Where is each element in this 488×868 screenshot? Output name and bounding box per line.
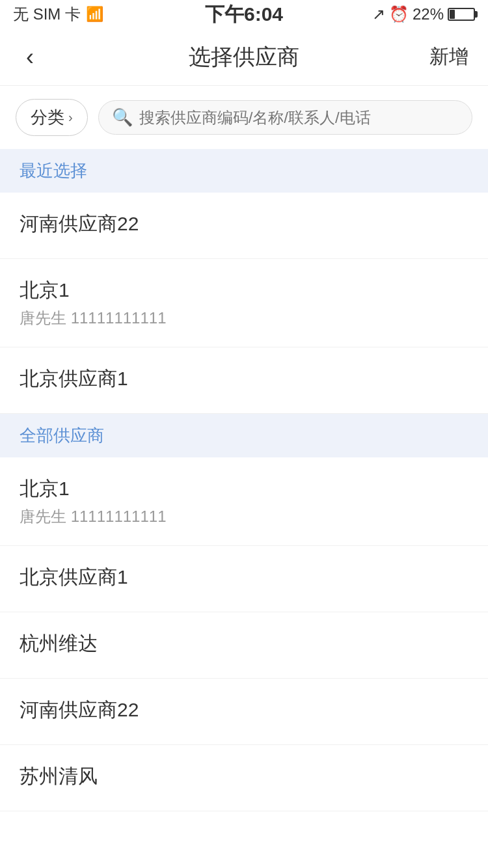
status-left: 无 SIM 卡 📶 (13, 4, 103, 25)
category-button[interactable]: 分类 › (16, 99, 88, 136)
sim-label: 无 SIM 卡 (13, 4, 81, 25)
item-sub: 唐先生 11111111111 (20, 506, 468, 527)
location-icon: ↗ (372, 5, 385, 23)
battery-icon (448, 8, 475, 21)
all-section-header: 全部供应商 (0, 414, 488, 457)
item-name: 河南供应商22 (20, 211, 468, 237)
item-name: 苏州清风 (20, 763, 468, 790)
page-title: 选择供应商 (189, 42, 299, 72)
item-sub: 唐先生 11111111111 (20, 308, 468, 329)
list-item[interactable]: 河南供应商22 (0, 193, 488, 259)
search-box: 🔍 (98, 100, 472, 135)
item-name: 北京1 (20, 476, 468, 502)
item-name: 北京供应商1 (20, 366, 468, 392)
item-name: 北京供应商1 (20, 564, 468, 591)
recent-section-label: 最近选择 (20, 161, 87, 180)
status-time: 下午6:04 (205, 1, 283, 28)
list-item[interactable]: 北京1 唐先生 11111111111 (0, 259, 488, 347)
nav-bar: ‹ 选择供应商 新增 (0, 29, 488, 86)
list-item[interactable]: 北京供应商1 (0, 347, 488, 414)
status-bar: 无 SIM 卡 📶 下午6:04 ↗ ⏰ 22% (0, 0, 488, 29)
item-name: 北京1 (20, 277, 468, 304)
list-item[interactable]: 河南供应商22 (0, 679, 488, 745)
category-label: 分类 (31, 106, 64, 129)
list-item[interactable]: 杭州维达 (0, 612, 488, 679)
battery-percent: 22% (413, 5, 444, 23)
status-right: ↗ ⏰ 22% (372, 5, 475, 23)
list-item[interactable]: 北京供应商1 (0, 546, 488, 612)
wifi-icon: 📶 (86, 6, 103, 23)
alarm-icon: ⏰ (389, 5, 409, 23)
all-list: 北京1 唐先生 11111111111 北京供应商1 杭州维达 河南供应商22 … (0, 457, 488, 811)
list-item[interactable]: 苏州清风 (0, 745, 488, 811)
add-button[interactable]: 新增 (429, 44, 468, 70)
back-button[interactable]: ‹ (20, 37, 40, 77)
list-item[interactable]: 北京1 唐先生 11111111111 (0, 457, 488, 546)
search-input[interactable] (139, 109, 459, 127)
item-name: 河南供应商22 (20, 697, 468, 724)
filter-bar: 分类 › 🔍 (0, 86, 488, 149)
recent-section-header: 最近选择 (0, 149, 488, 193)
category-chevron-icon: › (68, 110, 73, 125)
search-icon: 🔍 (112, 107, 133, 128)
recent-list: 河南供应商22 北京1 唐先生 11111111111 北京供应商1 (0, 193, 488, 414)
all-section-label: 全部供应商 (20, 426, 104, 445)
item-name: 杭州维达 (20, 631, 468, 657)
